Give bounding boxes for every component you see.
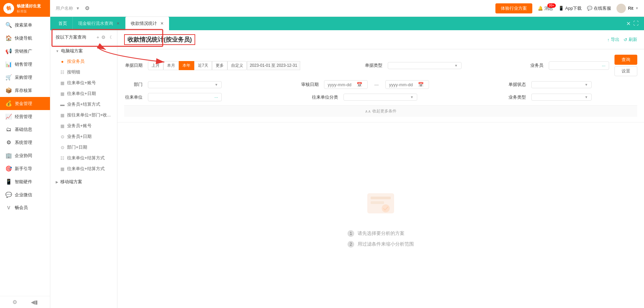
message-button[interactable]: 🔔 消息 99+ (538, 5, 553, 11)
sidebar-item-system[interactable]: ⚙ 系统管理 (0, 136, 50, 149)
sidebar-item-corp[interactable]: 🏢 企业协同 (0, 149, 50, 162)
tab-home-label: 首页 (58, 20, 67, 27)
sidebar-item-purchase[interactable]: 🛒 采购管理 (0, 71, 50, 84)
sidebar-item-quick-nav[interactable]: 🏠 快捷导航 (0, 32, 50, 45)
scheme-group-desktop-header[interactable]: ▼ 电脑端方案 (50, 46, 117, 56)
guide-icon: 🎯 (5, 165, 12, 172)
user-menu[interactable]: Rit ▼ (616, 4, 639, 13)
review-date-to-input[interactable]: 📅 (385, 80, 429, 89)
refresh-icon: ↺ (624, 37, 627, 42)
settings-bottom-icon[interactable]: ⚙ (12, 299, 17, 305)
tab-bank-flow-close-icon[interactable]: ✕ (116, 21, 120, 26)
collapse-filters-button[interactable]: ∧∧ 收起更多条件 (124, 105, 637, 117)
scheme-item-by-detail[interactable]: ☷ 按明细 (50, 67, 117, 78)
scheme-item-salesperson-settlement[interactable]: ▬ 业务员+结算方式 (50, 99, 117, 110)
tab-collection-stats-close-icon[interactable]: ✕ (160, 21, 164, 26)
tab-collection-stats[interactable]: 收款情况统计 ✕ (125, 17, 169, 30)
tab-home[interactable]: 首页 (53, 17, 73, 30)
clock-icon-2: ⊙ (60, 145, 65, 150)
date-btn-more[interactable]: 更多 (212, 61, 227, 70)
online-service-button[interactable]: 💬 在线客服 (587, 5, 611, 11)
sidebar-item-sales[interactable]: 📊 销售管理 (0, 58, 50, 71)
left-panel-actions: + ⚙ 《 (97, 35, 112, 40)
sidebar-item-marketing[interactable]: 📢 营销推广 (0, 45, 50, 58)
settings-button[interactable]: 设置 (614, 66, 637, 76)
doc-type-chevron-icon: ▼ (454, 64, 458, 67)
sidebar-item-finance[interactable]: 💰 资金管理 (0, 97, 50, 110)
scheme-item-label: 按明细 (67, 69, 80, 75)
page-title-area: 收款情况统计(按业务员) ↑ 导出 ↺ 刷新 (117, 30, 644, 49)
partner-select[interactable]: ··· (148, 93, 222, 101)
scheme-group-desktop: ▼ 电脑端方案 ● 按业务员 ☷ 按明细 ▦ 往来单位+账号 ▦ 往来单位+ (50, 45, 117, 175)
review-date-from-field[interactable] (328, 82, 355, 87)
tab-bank-flow-label: 现金银行流水查询 (78, 20, 113, 27)
sidebar-item-hardware[interactable]: 📱 智能硬件 (0, 175, 50, 188)
close-all-tabs-icon[interactable]: ✕ (626, 20, 631, 27)
scheme-item-salesperson-date[interactable]: ⊙ 业务员+日期 (50, 131, 117, 142)
date-btn-last-month[interactable]: 上月 (148, 61, 163, 70)
topbar-right: 🔔 消息 99+ 📱 App下载 💬 在线客服 Rit ▼ (538, 4, 639, 13)
sidebar-item-operation[interactable]: 📈 经营管理 (0, 110, 50, 123)
scheme-item-partner-account[interactable]: ▦ 往来单位+账号 (50, 78, 117, 88)
wechat-icon: 💬 (5, 192, 12, 198)
left-panel-title: 按以下方案查询 (56, 34, 86, 40)
topbar-settings-icon[interactable]: ⚙ (83, 4, 92, 13)
dept-select[interactable]: ▼ (148, 81, 222, 88)
partner-more-icon[interactable]: ··· (214, 95, 218, 100)
salesperson-more-icon[interactable]: ··· (602, 63, 605, 68)
business-type-select[interactable]: ▼ (531, 94, 592, 101)
date-quick-select: 上月 本月 本年 近7天 更多 自定义 2023-01-01 至 2023-12… (148, 61, 300, 70)
scheme-item-label: 业务员+日期 (67, 134, 92, 140)
scheme-settings-icon[interactable]: ⚙ (101, 35, 106, 40)
empty-tips: 1 请先选择要分析的方案 2 用过滤条件来缩小分析范围 (347, 230, 414, 248)
scheme-group-mobile: ▶ 移动端方案 (50, 175, 117, 188)
partner-category-select[interactable]: ▼ (343, 94, 417, 101)
sidebar-item-inventory[interactable]: 📦 库存核算 (0, 84, 50, 97)
refresh-button[interactable]: ↺ 刷新 (624, 37, 637, 43)
scheme-group-mobile-header[interactable]: ▶ 移动端方案 (50, 177, 117, 187)
collapse-sidebar-icon[interactable]: ◀▮ (31, 299, 38, 305)
group-desktop-label: 电脑端方案 (61, 48, 83, 54)
scheme-item-partner-settlement1[interactable]: ☷ 往来单位+结算方式 (50, 153, 117, 163)
doc-status-select[interactable]: ▼ (531, 81, 592, 88)
hardware-icon: 📱 (5, 178, 12, 185)
sidebar-item-basic[interactable]: 🗂 基础信息 (0, 123, 50, 136)
query-button[interactable]: 查询 (614, 55, 637, 65)
app-download-button[interactable]: 📱 App下载 (558, 5, 582, 11)
add-scheme-icon[interactable]: + (97, 35, 99, 40)
sidebar-item-vip[interactable]: V 畅会员 (0, 201, 50, 214)
bar-icon: ▬ (60, 102, 65, 107)
sidebar-item-search-menu[interactable]: 🔍 搜索菜单 (0, 18, 50, 32)
scheme-collapse-icon[interactable]: 《 (108, 35, 112, 40)
group-mobile-label: 移动端方案 (60, 179, 82, 185)
corp-icon: 🏢 (5, 152, 12, 159)
scheme-item-partner-settlement2[interactable]: ▦ 往来单位+结算方式 (50, 163, 117, 174)
date-btn-this-year[interactable]: 本年 (179, 61, 194, 70)
empty-illustration (361, 183, 401, 223)
date-btn-this-month[interactable]: 本月 (163, 61, 179, 70)
scheme-item-partner-dept[interactable]: ▦ 按往来单位+部门+收... (50, 110, 117, 120)
review-date-from-input[interactable]: 📅 (324, 80, 368, 89)
review-date-to-field[interactable] (389, 82, 416, 87)
date-btn-last7[interactable]: 近7天 (194, 61, 212, 70)
scheme-item-partner-date[interactable]: ▦ 往来单位+日期 (50, 88, 117, 99)
sidebar-item-guide[interactable]: 🎯 新手引导 (0, 162, 50, 175)
partner-category-filter-label: 往来单位分类 (312, 94, 338, 100)
scheme-item-salesperson-account[interactable]: ▦ 业务员+账号 (50, 120, 117, 131)
scheme-item-dept-date[interactable]: ⊙ 部门+日期 (50, 142, 117, 153)
page-title: 收款情况统计(按业务员) (124, 34, 195, 45)
scheme-item-by-salesperson[interactable]: ● 按业务员 (50, 56, 117, 67)
tab-bank-flow[interactable]: 现金银行流水查询 ✕ (73, 17, 125, 30)
list-icon: ☷ (60, 156, 65, 161)
date-btn-custom[interactable]: 自定义 (227, 61, 247, 70)
fullscreen-icon[interactable]: ⛶ (633, 20, 639, 27)
tabbar: 首页 现金银行流水查询 ✕ 收款情况统计 ✕ ✕ ⛶ (50, 17, 644, 30)
doc-type-select[interactable]: ▼ (388, 62, 462, 69)
tip-1-text: 请先选择要分析的方案 (358, 230, 405, 237)
bell-icon: 🔔 (538, 6, 543, 11)
export-button[interactable]: ↑ 导出 (607, 37, 620, 43)
sidebar-item-wechat[interactable]: 💬 企业微信 (0, 188, 50, 201)
trial-button[interactable]: 体验行业方案 (495, 3, 532, 13)
salesperson-select[interactable]: ··· (549, 61, 609, 70)
detail-icon: ☷ (60, 70, 65, 75)
